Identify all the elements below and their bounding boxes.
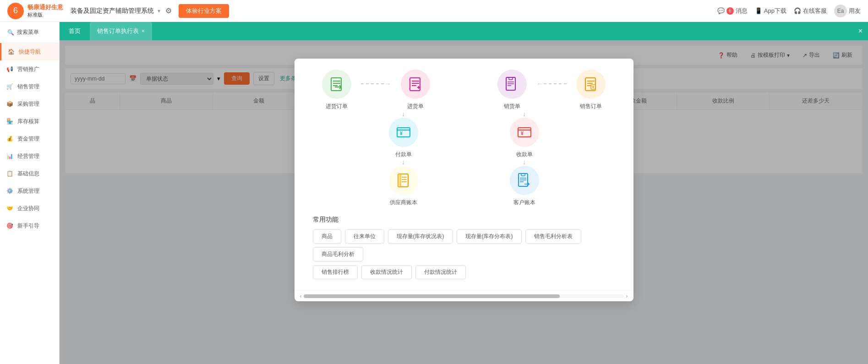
svg-rect-26 xyxy=(518,128,531,137)
common-buttons-list-2: 销售排行榜 收款情况统计 付款情况统计 xyxy=(313,265,615,279)
search-icon: 🔍 xyxy=(7,29,14,36)
flow-node-payment[interactable]: ¥ 付款单 xyxy=(376,118,431,158)
flow-node-customer-ledger[interactable]: 客户账本 xyxy=(497,166,552,206)
sidebar-item-basic[interactable]: 📋 基础信息 xyxy=(0,165,59,182)
svg-rect-12 xyxy=(509,77,513,80)
common-functions-section: 常用功能 商品 往来单位 现存量(库存状况表) 现存量(库存分布表) 销售毛利分… xyxy=(313,216,615,279)
modal-overlay[interactable]: 进货订单 → xyxy=(60,40,868,364)
sidebar-item-purchase[interactable]: 📦 采购管理 xyxy=(0,95,59,113)
sales-icon: 🛒 xyxy=(5,82,14,91)
sidebar: 🔍 搜索菜单 🏠 快捷导航 📢 营销推广 🛒 销售管理 📦 采购管理 xyxy=(0,22,60,364)
common-btn-contacts[interactable]: 往来单位 xyxy=(345,229,384,244)
quick-nav-icon: 🏠 xyxy=(7,48,15,56)
sales-bill-circle xyxy=(497,70,527,99)
common-btn-stock-status[interactable]: 现存量(库存状况表) xyxy=(388,229,453,244)
scroll-track[interactable] xyxy=(304,294,624,298)
flow-node-supplier-ledger[interactable]: 供应商账本 xyxy=(376,166,431,206)
common-btn-product[interactable]: 商品 xyxy=(313,229,341,244)
flow-node-purchase-bill[interactable]: 进货单 xyxy=(391,70,440,110)
main-area: 🔍 搜索菜单 🏠 快捷导航 📢 营销推广 🛒 销售管理 📦 采购管理 xyxy=(0,22,868,364)
sidebar-item-quick-nav[interactable]: 🏠 快捷导航 xyxy=(0,43,59,60)
common-btn-sales-gross[interactable]: 销售毛利分析表 xyxy=(525,229,581,244)
system-name-text: 装备及固定资产辅助管理系统 xyxy=(71,7,154,15)
business-icon: 📊 xyxy=(5,152,14,160)
common-functions-title: 常用功能 xyxy=(313,216,615,224)
content-area: 首页 销售订单执行表 × × ❓ 帮助 xyxy=(60,22,868,364)
top-right-area: 💬 6 消息 📱 App下载 🎧 在线客服 Ea 用友 xyxy=(717,5,861,17)
receipt-circle: ¥ xyxy=(510,118,539,147)
scroll-right-button[interactable]: › xyxy=(624,293,629,299)
app-download-button[interactable]: 📱 App下载 xyxy=(755,7,786,15)
system-title: 装备及固定资产辅助管理系统 ▾ xyxy=(71,7,160,15)
scroll-thumb[interactable] xyxy=(304,294,560,298)
svg-rect-35 xyxy=(521,174,525,176)
logo-text: 畅康通好生意 标准版 xyxy=(27,4,63,18)
system-dropdown-icon[interactable]: ▾ xyxy=(158,8,160,14)
marketing-icon: 📢 xyxy=(5,65,14,73)
tab-home[interactable]: 首页 xyxy=(60,22,90,40)
modal-content: 进货订单 → xyxy=(295,59,633,290)
message-badge: 6 xyxy=(726,7,734,15)
sidebar-item-guide[interactable]: 🎯 新手引导 xyxy=(0,217,59,234)
online-service-button[interactable]: 🎧 在线客服 xyxy=(794,7,827,15)
purchase-bill-circle xyxy=(401,70,430,99)
common-buttons-list: 商品 往来单位 现存量(库存状况表) 现存量(库存分布表) 销售毛利分析表 商品… xyxy=(313,229,615,261)
sidebar-item-sales[interactable]: 🛒 销售管理 xyxy=(0,78,59,95)
purchase-order-circle xyxy=(322,70,351,99)
flow-node-purchase-order[interactable]: 进货订单 xyxy=(313,70,361,110)
logo-icon: 6 xyxy=(7,3,24,19)
service-icon: 🎧 xyxy=(794,7,801,14)
app-wrapper: 6 畅康通好生意 标准版 装备及固定资产辅助管理系统 ▾ ⚙ 体验行业方案 💬 … xyxy=(0,0,868,364)
sidebar-item-business[interactable]: 📊 经营管理 xyxy=(0,147,59,165)
svg-text:¥: ¥ xyxy=(521,131,524,136)
sidebar-item-inventory[interactable]: 🏪 库存核算 xyxy=(0,113,59,130)
common-btn-stock-dist[interactable]: 现存量(库存分布表) xyxy=(457,229,522,244)
svg-rect-23 xyxy=(397,128,410,137)
common-btn-payment-stats[interactable]: 付款情况统计 xyxy=(415,265,466,279)
common-btn-receipt-stats[interactable]: 收款情况统计 xyxy=(361,265,412,279)
try-button[interactable]: 体验行业方案 xyxy=(179,4,229,18)
flow-node-receipt[interactable]: ¥ 收款单 xyxy=(497,118,552,158)
top-bar: 6 畅康通好生意 标准版 装备及固定资产辅助管理系统 ▾ ⚙ 体验行业方案 💬 … xyxy=(0,0,868,22)
scroll-left-button[interactable]: ‹ xyxy=(298,293,304,299)
sidebar-item-marketing[interactable]: 📢 营销推广 xyxy=(0,60,59,78)
tab-bar: 首页 销售订单执行表 × × xyxy=(60,22,868,40)
avatar: Ea xyxy=(834,5,847,17)
message-button[interactable]: 💬 6 消息 xyxy=(717,7,748,15)
search-menu-button[interactable]: 🔍 搜索菜单 xyxy=(4,26,55,39)
message-icon: 💬 xyxy=(717,7,725,14)
sidebar-search-area: 🔍 搜索菜单 xyxy=(0,22,59,43)
supplier-ledger-circle xyxy=(389,166,418,195)
inventory-icon: 🏪 xyxy=(5,117,14,125)
sales-order-circle xyxy=(576,70,606,99)
customer-ledger-circle xyxy=(510,166,539,195)
basic-icon: 📋 xyxy=(5,169,14,178)
common-btn-product-gross[interactable]: 商品毛利分析 xyxy=(313,247,363,261)
tab-right: × xyxy=(858,27,868,35)
svg-rect-16 xyxy=(585,78,595,91)
purchase-icon: 📦 xyxy=(5,100,14,108)
guide-icon: 🎯 xyxy=(5,222,14,230)
svg-rect-30 xyxy=(398,174,401,187)
tab-content: ❓ 帮助 🖨 按模板打印 ▾ ↗ 导出 🔄 xyxy=(60,40,868,364)
flow-modal: 进货订单 → xyxy=(295,59,633,301)
svg-text:¥: ¥ xyxy=(400,131,403,136)
finance-icon: 💰 xyxy=(5,135,14,143)
sidebar-item-finance[interactable]: 💰 资金管理 xyxy=(0,130,59,147)
close-all-tabs-button[interactable]: × xyxy=(858,27,863,35)
tab-sales-order[interactable]: 销售订单执行表 × xyxy=(90,22,152,40)
common-btn-sales-rank[interactable]: 销售排行榜 xyxy=(313,265,358,279)
mobile-icon: 📱 xyxy=(755,7,762,14)
flow-node-sales-bill[interactable]: 销货单 xyxy=(488,70,536,110)
modal-scrollbar-area: ‹ › xyxy=(295,290,633,301)
tab-close-button[interactable]: × xyxy=(142,28,145,34)
sidebar-item-cooperation[interactable]: 🤝 企业协同 xyxy=(0,200,59,217)
settings-button[interactable]: ⚙ xyxy=(162,5,175,17)
flow-node-sales-order[interactable]: 销售订单 xyxy=(567,70,615,110)
sidebar-item-system[interactable]: ⚙️ 系统管理 xyxy=(0,182,59,200)
user-menu[interactable]: Ea 用友 xyxy=(834,5,861,17)
logo-area: 6 畅康通好生意 标准版 xyxy=(7,3,67,19)
payment-circle: ¥ xyxy=(389,118,418,147)
system-icon: ⚙️ xyxy=(5,187,14,195)
cooperation-icon: 🤝 xyxy=(5,204,14,212)
